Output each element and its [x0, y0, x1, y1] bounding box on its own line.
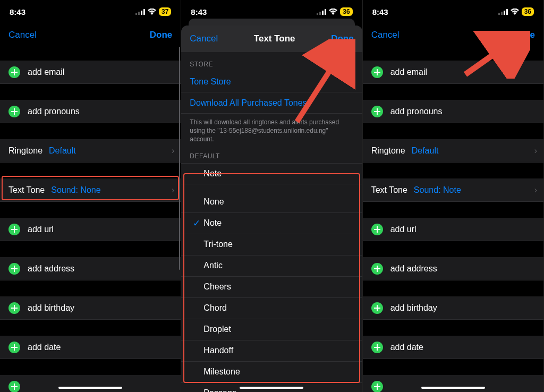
add-address-row[interactable]: add address	[363, 257, 543, 280]
tone-label: Chord	[203, 303, 227, 313]
cancel-button[interactable]: Cancel	[371, 30, 400, 40]
ringtone-value: Default	[49, 146, 76, 156]
add-icon	[371, 342, 383, 353]
tone-top-label: Note	[203, 169, 222, 178]
add-icon	[371, 66, 383, 78]
partial-row[interactable]	[363, 375, 543, 392]
text-tone-sheet: Cancel Text Tone Done Store Tone Store D…	[181, 25, 362, 392]
tone-label: Droplet	[203, 325, 231, 334]
add-pronouns-row[interactable]: add pronouns	[0, 100, 181, 123]
tone-label: Tri-tone	[203, 240, 233, 249]
tone-row[interactable]: None	[181, 192, 362, 213]
ringtone-row[interactable]: Ringtone Default ›	[363, 139, 543, 163]
battery-percent: 36	[343, 8, 350, 15]
tone-store-row[interactable]: Tone Store	[181, 71, 362, 92]
default-header: Default	[181, 144, 362, 163]
battery-percent: 36	[524, 8, 531, 15]
add-birthday-row[interactable]: add birthday	[0, 296, 181, 320]
status-right: 36	[498, 7, 534, 16]
svg-rect-4	[317, 13, 318, 15]
tone-row[interactable]: Cheers	[181, 277, 362, 298]
add-birthday-row[interactable]: add birthday	[363, 296, 543, 320]
tone-row-top[interactable]: Note	[181, 163, 362, 184]
status-right: 37	[135, 7, 171, 16]
signal-icon	[317, 9, 326, 15]
add-icon	[371, 106, 383, 117]
add-pronouns-label: add pronouns	[390, 107, 443, 116]
background-card	[189, 19, 354, 26]
signal-icon	[498, 9, 508, 15]
tone-row[interactable]: Antic	[181, 255, 362, 277]
add-address-row[interactable]: add address	[0, 257, 181, 280]
tone-label: Milestone	[203, 367, 240, 377]
sheet-nav: Cancel Text Tone Done	[181, 25, 362, 52]
scrollbar[interactable]	[179, 47, 181, 270]
home-indicator[interactable]	[421, 387, 485, 389]
nav-bar: Cancel Done	[363, 23, 543, 47]
add-email-label: add email	[390, 67, 427, 77]
status-time: 8:43	[10, 7, 26, 16]
partial-row[interactable]	[0, 375, 181, 392]
tone-row[interactable]: ✓Note	[181, 213, 362, 234]
text-tone-row[interactable]: Text Tone Sound: Note ›	[363, 178, 543, 202]
add-pronouns-row[interactable]: add pronouns	[363, 100, 543, 123]
add-email-row[interactable]: add email	[363, 61, 543, 84]
svg-rect-12	[506, 9, 508, 15]
svg-rect-10	[501, 12, 503, 15]
text-tone-key: Text Tone	[8, 185, 45, 195]
tone-label: Cheers	[203, 282, 231, 292]
add-icon	[371, 302, 383, 314]
add-url-label: add url	[390, 225, 416, 234]
add-email-row[interactable]: add email	[0, 61, 181, 84]
battery-percent: 37	[162, 8, 168, 15]
tone-row[interactable]: Droplet	[181, 319, 362, 340]
cancel-button[interactable]: Cancel	[8, 30, 37, 40]
chevron-right-icon: ›	[534, 146, 537, 156]
svg-rect-1	[138, 12, 140, 15]
chevron-right-icon: ›	[534, 185, 537, 195]
add-url-row[interactable]: add url	[0, 218, 181, 241]
ringtone-row[interactable]: Ringtone Default ›	[0, 139, 181, 163]
phone-screen-2: 8:43 36 Cancel Text Tone Done Store Tone…	[181, 0, 362, 392]
done-button[interactable]: Done	[331, 33, 354, 44]
tone-list: None✓NoteTri-toneAnticCheersChordDroplet…	[181, 192, 362, 392]
add-date-row[interactable]: add date	[0, 336, 181, 359]
wifi-icon	[148, 8, 156, 15]
store-header: Store	[181, 52, 362, 71]
home-indicator[interactable]	[240, 387, 303, 389]
add-date-row[interactable]: add date	[363, 336, 543, 359]
add-url-row[interactable]: add url	[363, 218, 543, 241]
add-icon	[8, 66, 20, 78]
tone-row[interactable]: Handoff	[181, 340, 362, 362]
sheet-title: Text Tone	[254, 33, 295, 44]
status-time: 8:43	[191, 7, 207, 16]
battery-badge: 37	[159, 7, 171, 16]
add-address-label: add address	[390, 264, 437, 274]
status-bar: 8:43 37	[0, 0, 181, 23]
status-time: 8:43	[372, 7, 388, 16]
tone-row[interactable]: Tri-tone	[181, 234, 362, 255]
add-pronouns-label: add pronouns	[28, 107, 80, 116]
ringtone-value: Default	[412, 146, 439, 156]
done-button[interactable]: Done	[150, 30, 173, 40]
add-icon	[371, 263, 383, 275]
wifi-icon	[511, 8, 519, 15]
add-icon	[8, 381, 20, 393]
done-button[interactable]: Done	[512, 30, 535, 40]
add-icon	[371, 224, 383, 235]
tone-row[interactable]: Chord	[181, 298, 362, 319]
download-all-row[interactable]: Download All Purchased Tones	[181, 92, 362, 114]
add-url-label: add url	[28, 225, 54, 234]
status-right: 36	[317, 7, 352, 16]
home-indicator[interactable]	[58, 387, 122, 389]
phone-screen-1: 8:43 37 Cancel Done add email add pronou…	[0, 0, 181, 392]
cancel-button[interactable]: Cancel	[190, 33, 218, 44]
text-tone-row[interactable]: Text Tone Sound: None ›	[0, 178, 181, 202]
download-note: This will download all ringtones and ale…	[181, 114, 362, 144]
text-tone-key: Text Tone	[371, 185, 407, 195]
signal-icon	[135, 9, 145, 15]
svg-rect-5	[319, 12, 321, 15]
add-icon	[8, 302, 20, 314]
tone-row[interactable]: Milestone	[181, 362, 362, 383]
tone-store-link: Tone Store	[190, 77, 231, 87]
